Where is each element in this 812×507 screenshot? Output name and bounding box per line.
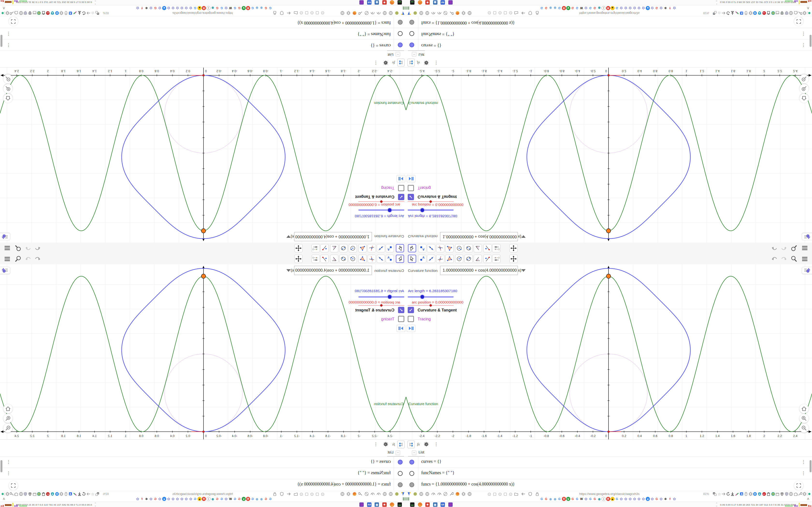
translate-blue-icon[interactable]: A [740, 492, 744, 496]
graphics-view[interactable]: -2.4-2.2-2-1.8-1.6-1.4-1.2-1-0.8-0.6-0.4… [406, 264, 812, 439]
back-arrow-icon[interactable] [287, 11, 291, 15]
menu-button[interactable] [801, 244, 808, 252]
media-pause-icon[interactable] [403, 6, 406, 10]
collapse-icon[interactable]: − [412, 52, 416, 56]
arc-position-slider-handle[interactable] [429, 304, 432, 306]
undo-button[interactable] [34, 255, 41, 263]
globe-icon[interactable] [340, 11, 345, 15]
bookmark-favicon[interactable]: G [193, 497, 197, 501]
undo-button[interactable] [34, 244, 41, 252]
bookmark-favicon[interactable]: ✿ [637, 497, 641, 501]
wrench-icon[interactable] [10, 492, 14, 496]
reload-icon[interactable] [82, 492, 86, 496]
globe-slash-icon[interactable] [364, 492, 369, 496]
bookmark-favicon[interactable]: ✿ [189, 6, 193, 10]
tool-move-graphics-view[interactable] [509, 255, 518, 263]
bookmark-favicon[interactable]: ▲ [197, 6, 202, 10]
algebra-row[interactable]: funcs = {1.000000000000 + cos(4.00000000… [0, 479, 406, 491]
tool-perpendicular-line[interactable] [367, 255, 376, 263]
bookmark-favicon[interactable]: ✿ [180, 6, 184, 10]
tool-conic[interactable] [339, 244, 348, 252]
bookmark-favicon[interactable]: ✿ [628, 6, 632, 10]
bookmark-favicon[interactable]: G [268, 497, 272, 501]
algebra-style-button[interactable] [397, 59, 405, 66]
collapse-icon[interactable]: − [396, 52, 400, 56]
brush-icon[interactable] [73, 11, 77, 15]
taskbar-save-64[interactable]: 64 [441, 502, 445, 507]
bookmark-favicon[interactable]: G [575, 497, 579, 501]
style-bar-button[interactable] [0, 267, 10, 274]
bookmark-favicon[interactable]: G [570, 6, 575, 10]
zoom-in-button[interactable] [3, 414, 12, 423]
zoom-in-button[interactable] [3, 84, 12, 93]
bookmark-favicon[interactable]: Я [202, 6, 206, 10]
download-icon[interactable] [77, 11, 82, 15]
visibility-toggle[interactable] [409, 483, 414, 487]
tool-move[interactable] [408, 255, 416, 263]
visibility-toggle[interactable] [398, 471, 403, 476]
chevron-down-icon[interactable] [521, 269, 526, 272]
menu-button[interactable] [4, 255, 11, 263]
bookmark-favicon[interactable]: G [233, 497, 237, 501]
tracing-checkbox[interactable] [398, 185, 404, 191]
taskbar-save-64[interactable]: 64 [367, 502, 371, 507]
bookmark-favicon[interactable]: ◉ [549, 6, 553, 10]
play-button[interactable] [397, 325, 405, 332]
algebra-row[interactable]: curves = {}⋮ [0, 457, 406, 468]
reload-icon[interactable] [726, 11, 730, 15]
arc-length-slider[interactable] [408, 210, 454, 211]
algebra-group-row[interactable]: − List [406, 50, 812, 58]
style-bar-button[interactable] [802, 267, 812, 274]
tool-move-graphics-view[interactable] [509, 244, 518, 252]
tool-perpendicular-line[interactable] [367, 244, 376, 252]
tray-expander[interactable]: ⌃⌄ [94, 503, 96, 507]
visibility-toggle[interactable] [398, 31, 403, 36]
trash-icon[interactable] [41, 11, 46, 15]
search-button[interactable] [790, 255, 798, 263]
bookmark-favicon[interactable]: G [237, 497, 242, 501]
bookmark-favicon[interactable]: Я [562, 497, 566, 501]
bookmark-favicon[interactable]: G [593, 6, 597, 10]
gauge-icon[interactable] [376, 11, 381, 15]
bookmark-favicon[interactable]: G [153, 497, 157, 501]
arc-length-slider[interactable] [408, 296, 454, 297]
redo-button[interactable] [780, 255, 788, 263]
header-kebab-icon[interactable]: ⋮ [434, 60, 439, 65]
translate-icon[interactable]: A [95, 492, 100, 496]
taskbar-media-player[interactable]: ▬ [398, 502, 402, 507]
plus-blue-icon[interactable] [753, 11, 757, 15]
bookmark-favicon[interactable]: G [220, 497, 224, 501]
bookmark-favicon[interactable]: W [229, 6, 233, 10]
olive-dot-icon[interactable] [395, 492, 399, 496]
chevron-up-icon[interactable]: ∧ [807, 496, 810, 501]
algebra-style-button[interactable] [407, 441, 415, 448]
settings-button[interactable] [423, 59, 430, 66]
brush-icon[interactable] [735, 492, 739, 496]
scrollbar-thumb[interactable] [0, 460, 2, 472]
taskbar-media-player[interactable]: ▬ [410, 0, 414, 5]
scrollbar-thumb[interactable] [810, 35, 812, 47]
bookmark-favicon[interactable]: G [268, 6, 272, 10]
bookmark-favicon[interactable]: ◉ [255, 497, 259, 501]
folder-icon[interactable] [514, 492, 518, 496]
bookmark-favicon[interactable]: ✿ [672, 6, 676, 10]
bookmark-favicon[interactable]: ✿ [166, 6, 170, 10]
globe-icon[interactable] [19, 11, 23, 15]
bookmark-favicon[interactable]: Я [202, 497, 206, 501]
algebra-row[interactable]: funcs = {1.000000000000 + cos(4.00000000… [0, 16, 406, 28]
algebra-style-button[interactable] [397, 441, 405, 448]
taskbar-firefox[interactable] [418, 0, 422, 5]
bookmark-favicon[interactable]: ✿ [171, 6, 175, 10]
tool-line[interactable] [377, 255, 385, 263]
zoom-out-button[interactable] [3, 74, 12, 83]
shield-teal-icon[interactable] [757, 492, 762, 496]
bookmark-favicon[interactable]: ✿ [619, 497, 623, 501]
curve-label[interactable]: Curvature function [374, 402, 404, 406]
tool-point[interactable]: A [386, 255, 394, 263]
algebra-row[interactable]: funcNames = {" "}⋮ [406, 468, 812, 479]
bookmark-favicon[interactable]: ✿ [637, 6, 641, 10]
bookmark-favicon[interactable]: ✿ [619, 6, 623, 10]
algebra-row[interactable]: funcNames = {" "}⋮ [0, 28, 406, 39]
globe-icon[interactable] [340, 492, 345, 496]
media-pause-icon[interactable] [406, 497, 409, 501]
